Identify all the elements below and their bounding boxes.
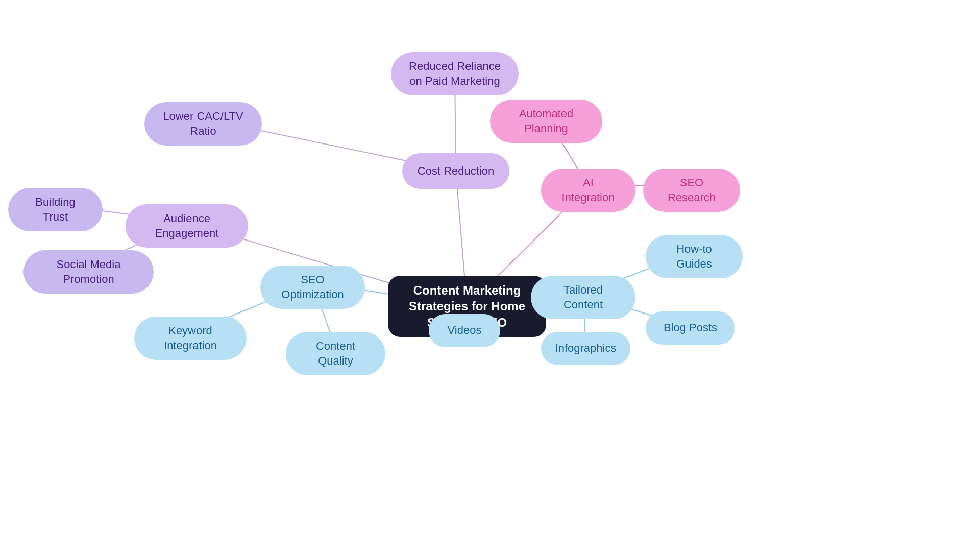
- lower-cac-node: Lower CAC/LTV Ratio: [144, 102, 262, 146]
- cost-reduction-node: Cost Reduction: [402, 153, 509, 189]
- building-trust-node: Building Trust: [8, 188, 103, 231]
- mind-map: Content Marketing Strategies for Home Se…: [0, 0, 980, 553]
- tailored-content-node: Tailored Content: [531, 276, 635, 319]
- seo-optimization-node: SEO Optimization: [260, 266, 365, 309]
- seo-research-node: SEO Research: [643, 169, 740, 212]
- reduced-reliance-node: Reduced Reliance on Paid Marketing: [391, 52, 519, 95]
- social-media-node: Social Media Promotion: [23, 250, 154, 294]
- content-quality-node: Content Quality: [286, 332, 385, 375]
- blog-posts-node: Blog Posts: [646, 311, 735, 345]
- infographics-node: Infographics: [541, 332, 630, 365]
- ai-integration-node: AI Integration: [541, 169, 635, 212]
- how-to-guides-node: How-to Guides: [646, 235, 743, 278]
- audience-engagement-node: Audience Engagement: [126, 204, 248, 248]
- videos-node: Videos: [429, 314, 500, 347]
- keyword-integration-node: Keyword Integration: [134, 317, 247, 360]
- automated-planning-node: Automated Planning: [490, 100, 602, 143]
